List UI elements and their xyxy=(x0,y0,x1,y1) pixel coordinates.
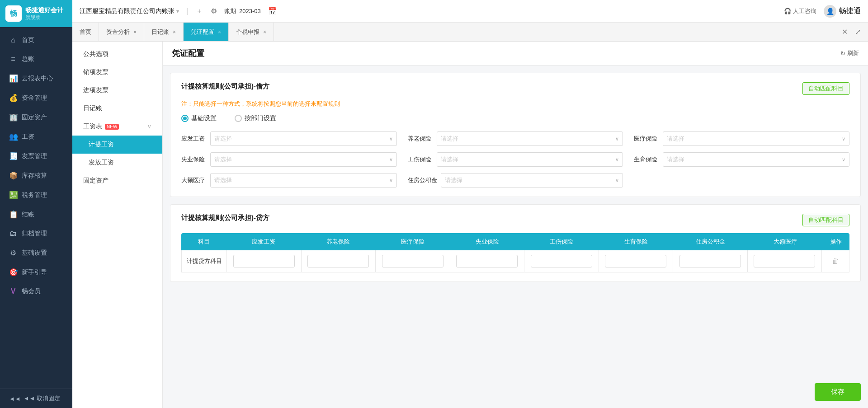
select-injury[interactable]: 请选择 ∨ xyxy=(437,152,623,167)
tab-tax-return[interactable]: 个税申报 × xyxy=(229,23,274,41)
select-unemployment[interactable]: 请选择 ∨ xyxy=(210,152,397,167)
th-unemployment: 失业保险 xyxy=(450,233,524,250)
tab-fund-analysis[interactable]: 资金分析 × xyxy=(99,23,144,41)
page-body: 自动匹配科目 计提核算规则(公司承担)-借方 注：只能选择一种方式，系统将按照您… xyxy=(163,66,868,408)
auto-match-credit-button[interactable]: 自动匹配科目 xyxy=(802,214,849,226)
select-housing-fund[interactable]: 请选择 ∨ xyxy=(441,173,623,188)
sidebar-item-ledger[interactable]: ≡ 总账 xyxy=(0,50,72,69)
td-injury-input[interactable] xyxy=(524,250,599,272)
td-pension-input[interactable] xyxy=(302,250,376,272)
sidebar-item-salary[interactable]: 👥 工资 xyxy=(0,127,72,146)
tab-fund-analysis-label: 资金分析 xyxy=(106,28,130,36)
content-area: 公共选项 销项发票 进项发票 日记账 工资表 NEW ∨ 计提工资 发放工资 xyxy=(72,42,868,408)
sidebar-item-invoice[interactable]: 🧾 发票管理 xyxy=(0,146,72,166)
select-medical[interactable]: 请选择 ∨ xyxy=(663,131,849,146)
sidebar-collapse-button[interactable]: ◄◄ ◄◄ 取消固定 xyxy=(0,389,72,408)
save-button[interactable]: 保存 xyxy=(815,383,861,401)
tab-journal[interactable]: 日记账 × xyxy=(144,23,184,41)
add-company-button[interactable]: + xyxy=(195,5,203,17)
left-panel-item-purchase-invoice[interactable]: 进项发票 xyxy=(72,81,162,99)
left-panel-item-accrued-salary[interactable]: 计提工资 xyxy=(72,136,162,154)
td-basic-wage-input[interactable] xyxy=(227,250,302,272)
credit-section: 自动匹配科目 计提核算规则(公司承担)-贷方 科目 应发工资 养老保险 医疗保险… xyxy=(170,204,861,282)
input-unemployment[interactable] xyxy=(456,255,518,267)
auto-match-debit-button[interactable]: 自动匹配科目 xyxy=(802,82,849,95)
user-menu[interactable]: 👤 畅捷通 xyxy=(824,5,861,18)
company-selector[interactable]: 江西服宝精品有限责任公司内账张 ▾ xyxy=(80,7,179,15)
input-basic-wage[interactable] xyxy=(233,255,295,267)
td-maternity-input[interactable] xyxy=(599,250,674,272)
label-basic-wage: 应发工资 xyxy=(181,135,207,143)
input-maternity[interactable] xyxy=(605,255,666,267)
sidebar-item-close[interactable]: 📋 结账 xyxy=(0,205,72,224)
sidebar-item-label: 归档管理 xyxy=(22,230,47,238)
field-unemployment: 失业保险 请选择 ∨ xyxy=(181,152,397,167)
ledger-icon: ≡ xyxy=(9,55,17,63)
main-area: 江西服宝精品有限责任公司内账张 ▾ | + ⚙ 账期 2023-03 📅 🎧 人… xyxy=(72,0,868,408)
select-maternity[interactable]: 请选择 ∨ xyxy=(663,152,849,167)
field-medical: 医疗保险 请选择 ∨ xyxy=(634,131,849,146)
td-medical-input[interactable] xyxy=(376,250,450,272)
left-panel-item-salary-payment[interactable]: 发放工资 xyxy=(72,154,162,172)
select-arrow-icon: ∨ xyxy=(615,157,619,163)
radio-dept-setting[interactable]: 按部门设置 xyxy=(235,114,276,122)
tab-fund-analysis-close[interactable]: × xyxy=(133,29,137,35)
td-housing-input[interactable] xyxy=(673,250,748,272)
tab-journal-close[interactable]: × xyxy=(173,29,176,35)
expand-icon: ∨ xyxy=(147,123,151,130)
td-delete[interactable]: 🗑 xyxy=(822,250,849,272)
new-badge: NEW xyxy=(105,124,119,130)
left-panel-item-journal[interactable]: 日记账 xyxy=(72,99,162,117)
sidebar-item-label: 税务管理 xyxy=(22,191,47,199)
td-unemployment-input[interactable] xyxy=(450,250,525,272)
input-injury[interactable] xyxy=(531,255,592,267)
collapse-label: ◄◄ 取消固定 xyxy=(24,394,60,403)
left-panel-item-fixed-assets[interactable]: 固定资产 xyxy=(72,172,162,190)
left-panel-item-payroll-table[interactable]: 工资表 NEW ∨ xyxy=(72,117,162,136)
sidebar-item-inventory[interactable]: 📦 库存核算 xyxy=(0,166,72,185)
select-pension[interactable]: 请选择 ∨ xyxy=(437,131,623,146)
sidebar-item-archive[interactable]: 🗂 归档管理 xyxy=(0,224,72,243)
expand-window-button[interactable]: ⤢ xyxy=(853,26,863,38)
placeholder-pension: 请选择 xyxy=(441,135,458,143)
sidebar-item-label: 基础设置 xyxy=(22,249,47,257)
sidebar-item-tax[interactable]: 💹 税务管理 xyxy=(0,185,72,205)
td-label: 计提贷方科目 xyxy=(182,250,227,272)
label-large-medical: 大额医疗 xyxy=(181,176,207,184)
sidebar-item-reports[interactable]: 📊 云报表中心 xyxy=(0,69,72,88)
calendar-icon[interactable]: 📅 xyxy=(268,7,277,15)
sidebar-item-home[interactable]: ⌂ 首页 xyxy=(0,31,72,50)
sidebar-item-vip[interactable]: V 畅会员 xyxy=(0,282,72,301)
left-panel-item-public[interactable]: 公共选项 xyxy=(72,45,162,63)
debit-form-grid: 应发工资 请选择 ∨ 养老保险 请选择 ∨ xyxy=(181,131,849,188)
input-large-medical[interactable] xyxy=(754,255,815,267)
inventory-icon: 📦 xyxy=(9,171,17,180)
sidebar-item-label: 固定资产 xyxy=(22,113,47,122)
tab-voucher-config-label: 凭证配置 xyxy=(191,28,214,36)
tab-voucher-config-close[interactable]: × xyxy=(218,29,221,35)
delete-row-icon[interactable]: 🗑 xyxy=(832,257,839,265)
sidebar-item-assets[interactable]: 🏢 固定资产 xyxy=(0,108,72,127)
close-window-button[interactable]: ✕ xyxy=(840,26,849,38)
select-basic-wage[interactable]: 请选择 ∨ xyxy=(210,131,397,146)
sidebar-item-settings[interactable]: ⚙ 基础设置 xyxy=(0,243,72,263)
page-header: 凭证配置 ↻ 刷新 xyxy=(163,42,868,66)
td-large-medical-input[interactable] xyxy=(748,250,822,272)
input-pension[interactable] xyxy=(307,255,369,267)
sidebar-item-funds[interactable]: 💰 资金管理 xyxy=(0,88,72,108)
radio-basic-setting[interactable]: 基础设置 xyxy=(181,114,217,122)
label-unemployment: 失业保险 xyxy=(181,155,207,164)
left-panel-item-sales-invoice[interactable]: 销项发票 xyxy=(72,63,162,81)
input-medical[interactable] xyxy=(382,255,443,267)
app-name: 畅捷通好会计 xyxy=(25,6,63,14)
tab-tax-return-close[interactable]: × xyxy=(263,29,266,35)
refresh-button[interactable]: ↻ 刷新 xyxy=(840,49,859,57)
select-large-medical[interactable]: 请选择 ∨ xyxy=(210,173,397,188)
tab-voucher-config[interactable]: 凭证配置 × xyxy=(184,23,229,41)
sidebar-item-guide[interactable]: 🎯 新手引导 xyxy=(0,263,72,282)
radio-dept-circle xyxy=(235,115,242,122)
tab-home[interactable]: 首页 xyxy=(72,23,99,41)
input-housing[interactable] xyxy=(679,255,741,267)
company-settings-button[interactable]: ⚙ xyxy=(209,5,219,17)
service-button[interactable]: 🎧 人工咨询 xyxy=(784,7,816,15)
